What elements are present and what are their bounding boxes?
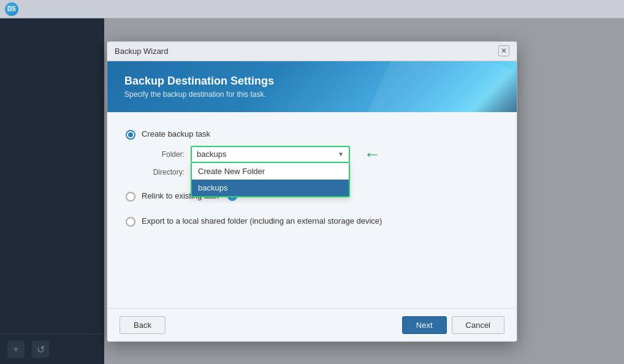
os-logo: DS [5,2,18,16]
modal-title: Backup Wizard [115,47,168,56]
cancel-button[interactable]: Cancel [452,316,504,334]
directory-label: Directory: [142,168,185,176]
option-create-backup: Create backup task Folder: backups [126,129,498,176]
folder-dropdown-container: backups ▼ Create New Folder [191,146,350,163]
create-backup-fields: Folder: backups ▼ [142,146,498,176]
modal-close-button[interactable]: ✕ [498,45,509,56]
backup-wizard-modal: Backup Wizard ✕ Backup Destination Setti… [107,41,517,342]
radio-export[interactable] [126,217,135,227]
option-export: Export to a local shared folder (includi… [126,216,498,227]
back-button[interactable]: Back [120,316,166,334]
os-body: + ↺ Backup Wizard ✕ Backup Desti [0,18,624,364]
os-taskbar: DS [0,0,624,18]
modal-header-title: Backup Destination Settings [124,75,500,88]
modal-overlay: Backup Wizard ✕ Backup Destination Setti… [0,18,624,364]
dropdown-item-backups[interactable]: backups [192,180,349,196]
radio-create-backup[interactable] [126,130,135,140]
dropdown-item-create-new-folder[interactable]: Create New Folder [192,163,349,180]
radio-create-backup-label: Create backup task [142,129,210,138]
modal-footer: Back Next Cancel [107,308,517,341]
folder-dropdown-menu: Create New Folder backups [191,163,350,197]
radio-export-label: Export to a local shared folder (includi… [142,216,382,226]
arrow-indicator: ← [363,145,381,164]
footer-right: Next Cancel [402,316,504,334]
folder-label: Folder: [142,150,185,159]
radio-relink[interactable] [126,192,135,202]
modal-header-subtitle: Specify the backup destination for this … [124,90,500,99]
modal-titlebar: Backup Wizard ✕ [107,42,517,61]
folder-dropdown-value: backups [197,150,226,159]
os-window: DS + ↺ Backup Wizard ✕ [0,0,624,364]
folder-row: Folder: backups ▼ [142,146,498,163]
modal-body: Create backup task Folder: backups [107,112,517,308]
folder-dropdown[interactable]: backups ▼ [191,146,350,163]
modal-header: Backup Destination Settings Specify the … [107,61,517,112]
radio-group: Create backup task Folder: backups [126,129,498,227]
next-button[interactable]: Next [402,316,447,334]
dropdown-arrow-icon: ▼ [338,151,344,157]
